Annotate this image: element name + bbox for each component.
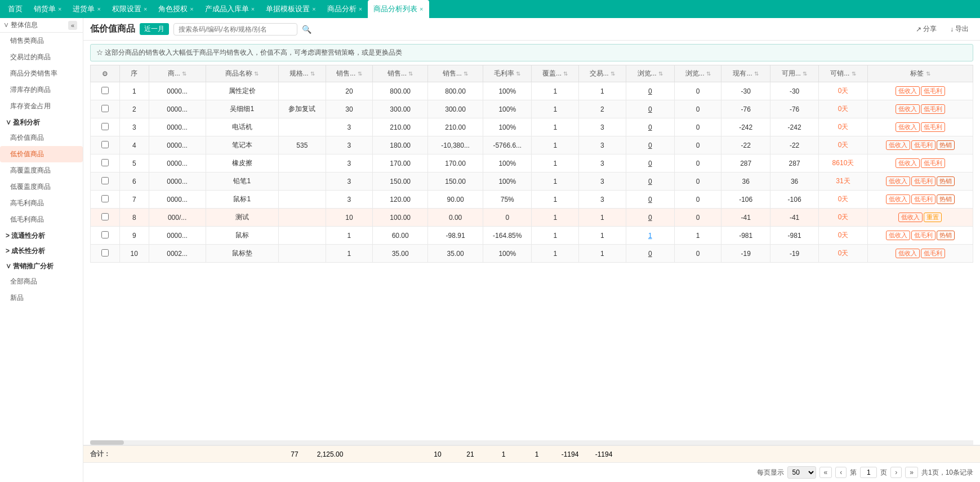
nav-tab-role[interactable]: 角色授权 ×	[153, 0, 199, 18]
close-icon[interactable]: ×	[190, 6, 193, 12]
row-browse1[interactable]: 0	[626, 173, 674, 191]
row-checkbox[interactable]	[91, 209, 120, 227]
col-saleable[interactable]: 可销... ⇅	[819, 65, 867, 82]
sidebar-item-slow-stock[interactable]: 滞库存的商品	[0, 82, 83, 98]
page-size-select[interactable]: 50 100	[787, 466, 816, 479]
sidebar-item-low-margin[interactable]: 低毛利商品	[0, 211, 83, 228]
col-sale-amt1[interactable]: 销售... ⇅	[373, 65, 428, 82]
close-icon[interactable]: ×	[420, 6, 423, 12]
horizontal-scrollbar[interactable]	[90, 440, 973, 445]
col-browse1[interactable]: 浏览... ⇅	[626, 65, 674, 82]
row-checkbox[interactable]	[91, 227, 120, 245]
first-page-button[interactable]: «	[819, 467, 832, 478]
search-icon[interactable]: 🔍	[302, 25, 311, 34]
col-stock[interactable]: 现有... ⇅	[721, 65, 770, 82]
col-seq: 序	[119, 65, 149, 82]
row-browse1[interactable]: 0	[626, 136, 674, 154]
collapse-button[interactable]: «	[68, 21, 77, 30]
scrollbar-thumb[interactable]	[90, 440, 124, 445]
row-browse1[interactable]: 0	[626, 118, 674, 136]
nav-tab-product-stock[interactable]: 产成品入库单 ×	[199, 0, 260, 18]
row-gross-rate: 100%	[483, 154, 532, 173]
close-icon[interactable]: ×	[312, 6, 315, 12]
col-code[interactable]: 商... ⇅	[149, 65, 206, 82]
col-browse2[interactable]: 浏览... ⇅	[674, 65, 721, 82]
col-name[interactable]: 商品名称 ⇅	[206, 65, 279, 82]
prev-page-button[interactable]: ‹	[835, 467, 847, 478]
search-input[interactable]	[173, 23, 297, 36]
col-sale-qty[interactable]: 销售... ⇅	[326, 65, 373, 82]
row-checkbox[interactable]	[91, 191, 120, 209]
row-stock: 36	[721, 173, 770, 191]
nav-tab-template[interactable]: 单据模板设置 ×	[260, 0, 321, 18]
row-name: 测试	[206, 209, 279, 227]
col-tags[interactable]: 标签 ⇅	[867, 65, 973, 82]
row-browse1[interactable]: 0	[626, 209, 674, 227]
row-stock: -30	[721, 82, 770, 100]
warning-icon: ☆	[96, 48, 103, 56]
row-browse1[interactable]: 0	[626, 82, 674, 100]
nav-tab-product-analysis[interactable]: 商品分析 ×	[322, 0, 368, 18]
row-checkbox[interactable]	[91, 82, 120, 100]
page-size-label: 每页显示	[757, 468, 784, 477]
export-button[interactable]: ↓ 导出	[946, 23, 973, 36]
sidebar-item-high-margin[interactable]: 高毛利商品	[0, 195, 83, 211]
close-icon[interactable]: ×	[144, 6, 147, 12]
sidebar-item-high-coverage[interactable]: 高覆盖度商品	[0, 162, 83, 179]
row-gross-rate: 100%	[483, 100, 532, 118]
sidebar-item-traded[interactable]: 交易过的商品	[0, 49, 83, 65]
nav-tab-home[interactable]: 首页	[2, 0, 28, 18]
row-checkbox[interactable]	[91, 173, 120, 191]
close-icon[interactable]: ×	[58, 6, 61, 12]
sidebar-item-new-products[interactable]: 新品	[0, 290, 83, 306]
close-icon[interactable]: ×	[251, 6, 255, 12]
nav-tab-sales[interactable]: 销货单 ×	[28, 0, 67, 18]
row-index: 4	[119, 136, 149, 154]
col-spec[interactable]: 规格... ⇅	[279, 65, 326, 82]
row-browse1[interactable]: 1	[626, 227, 674, 245]
row-browse1[interactable]: 0	[626, 191, 674, 209]
sidebar-item-high-value[interactable]: 高价值商品	[0, 130, 83, 146]
row-stock: -981	[721, 227, 770, 245]
sidebar-item-low-coverage[interactable]: 低覆盖度商品	[0, 179, 83, 195]
last-page-button[interactable]: »	[905, 467, 918, 478]
col-avail[interactable]: 可用... ⇅	[770, 65, 818, 82]
row-browse1[interactable]: 0	[626, 245, 674, 263]
nav-tab-analysis-list[interactable]: 商品分析列表 ×	[368, 0, 429, 18]
col-sale-amt2[interactable]: 销售... ⇅	[428, 65, 483, 82]
sidebar-item-category-sales[interactable]: 商品分类销售率	[0, 65, 83, 82]
row-days: 0天	[819, 136, 867, 154]
nav-tab-permission[interactable]: 权限设置 ×	[106, 0, 153, 18]
row-spec: 535	[279, 136, 326, 154]
sidebar-item-low-value[interactable]: 低价值商品	[0, 146, 83, 162]
row-qty: 1	[326, 245, 373, 263]
row-checkbox[interactable]	[91, 136, 120, 154]
page-number-input[interactable]	[860, 467, 877, 478]
row-checkbox[interactable]	[91, 118, 120, 136]
row-browse2: 0	[674, 245, 721, 263]
row-checkbox[interactable]	[91, 245, 120, 263]
row-checkbox[interactable]	[91, 100, 120, 118]
row-coverage: 1	[532, 173, 579, 191]
sidebar-item-sales-products[interactable]: 销售类商品	[0, 33, 83, 49]
col-gear[interactable]: ⚙	[91, 65, 120, 82]
row-sale1: 35.00	[373, 245, 428, 263]
row-browse1[interactable]: 0	[626, 100, 674, 118]
close-icon[interactable]: ×	[359, 6, 362, 12]
time-badge[interactable]: 近一月	[140, 23, 169, 35]
row-browse1[interactable]: 0	[626, 154, 674, 173]
col-coverage[interactable]: 覆盖... ⇅	[532, 65, 579, 82]
col-gross-rate[interactable]: 毛利率 ⇅	[483, 65, 532, 82]
row-browse2: 0	[674, 136, 721, 154]
row-checkbox[interactable]	[91, 154, 120, 173]
nav-tab-purchase[interactable]: 进货单 ×	[67, 0, 106, 18]
sidebar-item-stock-value[interactable]: 库存资金占用	[0, 98, 83, 114]
sidebar-item-all-products[interactable]: 全部商品	[0, 273, 83, 290]
row-sale1: 100.00	[373, 209, 428, 227]
row-sale1: 210.00	[373, 118, 428, 136]
next-page-button[interactable]: ›	[890, 467, 902, 478]
col-trade[interactable]: 交易... ⇅	[578, 65, 626, 82]
share-button[interactable]: ↗ 分享	[911, 23, 941, 36]
row-name: 橡皮擦	[206, 154, 279, 173]
close-icon[interactable]: ×	[97, 6, 100, 12]
